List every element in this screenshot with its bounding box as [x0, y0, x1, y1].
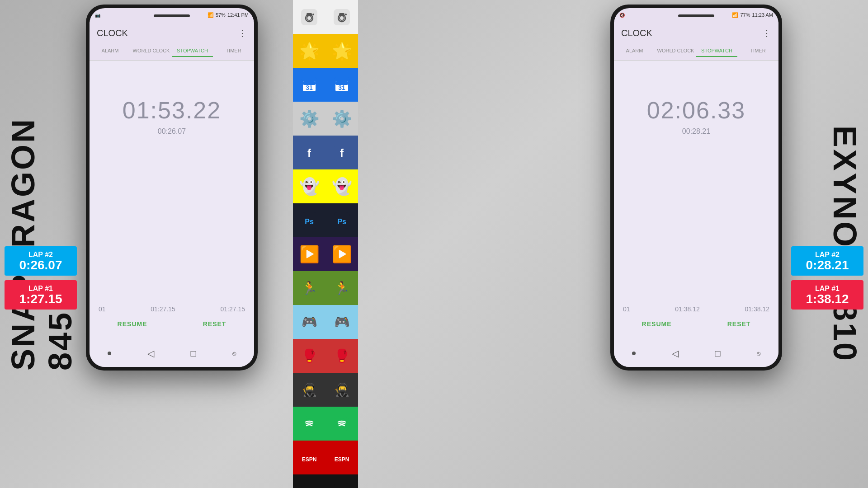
app-game3-right[interactable]: 🥷: [326, 373, 358, 407]
svg-text:f: f: [307, 147, 311, 159]
right-signal-icon: 📶: [732, 12, 738, 18]
left-resume-button[interactable]: RESUME: [118, 320, 147, 328]
app-camera-right[interactable]: [326, 0, 358, 34]
left-lap-time: 01:27.15: [151, 305, 175, 313]
app-game3-left[interactable]: 🥷: [293, 373, 326, 407]
app-calendar-left[interactable]: 31: [293, 68, 326, 102]
right-battery: 77%: [740, 12, 750, 18]
app-facebook-right[interactable]: f: [326, 136, 358, 169]
svg-text:Ps: Ps: [305, 218, 314, 225]
app-calendar-right[interactable]: 31: [326, 68, 358, 102]
app-photoshop-left[interactable]: Ps: [293, 203, 326, 237]
right-lap2-card: LAP #2 0:28.21: [791, 246, 863, 276]
app-espn-right[interactable]: ESPN: [326, 441, 358, 474]
left-tab-worldclock[interactable]: WORLD CLOCK: [131, 48, 172, 57]
svg-point-4: [312, 14, 314, 15]
app-music-left[interactable]: ▶️: [293, 237, 326, 271]
app-plume-right[interactable]: 🌟: [326, 34, 358, 68]
right-tab-stopwatch[interactable]: STOPWATCH: [696, 48, 737, 57]
left-tab-timer[interactable]: TIMER: [213, 48, 254, 57]
app-row-calendar: 31 31: [293, 68, 358, 102]
app-facebook-left[interactable]: f: [293, 136, 326, 169]
right-nav-square[interactable]: □: [715, 348, 721, 359]
left-lap1-label: LAP #1: [28, 285, 53, 293]
svg-rect-0: [301, 9, 317, 25]
right-lap-row: 01 01:38.12 01:38.12: [614, 305, 778, 313]
right-lap1-card: LAP #1 1:38.12: [791, 280, 863, 310]
center-app-list: 🌟 🌟 31 31 ⚙️ ⚙️ f f 👻 👻 Ps Ps: [293, 0, 358, 488]
svg-text:ESPN: ESPN: [335, 456, 349, 463]
right-tabs: ALARM WORLD CLOCK STOPWATCH TIMER: [614, 44, 778, 61]
right-sub-time: 00:28.21: [682, 127, 710, 136]
left-nav-recent[interactable]: ⎋: [232, 350, 236, 357]
left-stopwatch-content: 01:53.22 00:26.07: [90, 61, 254, 340]
left-time: 12:41 PM: [227, 12, 249, 18]
right-nav-home[interactable]: [632, 352, 636, 355]
svg-rect-8: [339, 13, 344, 16]
left-tab-stopwatch[interactable]: STOPWATCH: [172, 48, 213, 57]
left-nav-back[interactable]: ◁: [147, 348, 154, 359]
app-spotify-left[interactable]: [293, 407, 326, 441]
left-lap1-value: 1:27.15: [19, 293, 62, 305]
svg-rect-34: [301, 483, 317, 488]
right-tab-alarm[interactable]: ALARM: [614, 48, 655, 57]
app-game1-left[interactable]: 🎮: [293, 305, 326, 339]
svg-point-27: [304, 418, 315, 429]
right-app-header: CLOCK ⋮: [614, 22, 778, 44]
app-row-game3: 🥷 🥷: [293, 373, 358, 407]
app-snapchat-left[interactable]: 👻: [293, 169, 326, 203]
right-more-icon[interactable]: ⋮: [762, 28, 771, 38]
svg-point-29: [336, 418, 347, 429]
right-action-buttons: RESUME RESET: [614, 313, 778, 335]
right-stopwatch-content: 02:06.33 00:28.21: [614, 61, 778, 340]
app-netflix-right[interactable]: N: [326, 474, 358, 488]
app-music-right[interactable]: ▶️: [326, 237, 358, 271]
right-reset-button[interactable]: RESET: [727, 320, 751, 328]
right-phone-screen: 🔇 📶 77% 11:23 AM CLOCK ⋮ ALARM WORLD CLO…: [614, 8, 778, 367]
right-tab-timer[interactable]: TIMER: [737, 48, 778, 57]
right-nav-back[interactable]: ◁: [672, 348, 679, 359]
app-row-music: ▶️ ▶️: [293, 237, 358, 271]
left-lap2-card: LAP #2 0:26.07: [5, 246, 77, 276]
right-status-left: 🔇: [619, 13, 625, 18]
app-snapchat-right[interactable]: 👻: [326, 169, 358, 203]
app-settings-right[interactable]: ⚙️: [326, 102, 358, 136]
right-resume-button[interactable]: RESUME: [642, 320, 672, 328]
left-nav-bar: ◁ □ ⎋: [90, 340, 254, 367]
app-row-game2: 🥊 🥊: [293, 339, 358, 373]
app-game2-right[interactable]: 🥊: [326, 339, 358, 373]
svg-text:ESPN: ESPN: [302, 456, 317, 463]
right-nav-recent[interactable]: ⎋: [757, 350, 760, 357]
right-time: 11:23 AM: [752, 12, 773, 18]
left-reset-button[interactable]: RESET: [203, 320, 226, 328]
left-nav-home[interactable]: [108, 352, 111, 355]
right-tab-worldclock[interactable]: WORLD CLOCK: [655, 48, 696, 57]
left-tab-alarm[interactable]: ALARM: [90, 48, 131, 57]
left-action-buttons: RESUME RESET: [90, 313, 254, 335]
right-lap-total: 01:38.12: [745, 305, 769, 313]
app-settings-left[interactable]: ⚙️: [293, 102, 326, 136]
app-camera-left[interactable]: [293, 0, 326, 34]
left-phone-screen: 📷 📶 57% 12:41 PM CLOCK ⋮ ALARM WORLD CLO…: [90, 8, 254, 367]
app-espn-left[interactable]: ESPN: [293, 441, 326, 474]
app-row-plume: 🌟 🌟: [293, 34, 358, 68]
app-game1-right[interactable]: 🎮: [326, 305, 358, 339]
right-status-bar: 🔇 📶 77% 11:23 AM: [614, 8, 778, 22]
right-main-time: 02:06.33: [647, 97, 745, 124]
left-lap2-value: 0:26.07: [19, 259, 62, 272]
left-nav-square[interactable]: □: [191, 348, 196, 359]
left-more-icon[interactable]: ⋮: [238, 28, 247, 38]
left-status-left: 📷: [95, 13, 100, 18]
app-subway-left[interactable]: 🏃: [293, 271, 326, 305]
app-plume-left[interactable]: 🌟: [293, 34, 326, 68]
app-game2-left[interactable]: 🥊: [293, 339, 326, 373]
right-lap2-label: LAP #2: [815, 251, 840, 259]
app-subway-right[interactable]: 🏃: [326, 271, 358, 305]
app-netflix-left[interactable]: N: [293, 474, 326, 488]
right-lap-num: 01: [623, 305, 630, 313]
app-spotify-right[interactable]: [326, 407, 358, 441]
app-photoshop-right[interactable]: Ps: [326, 203, 358, 237]
right-lap1-label: LAP #1: [815, 285, 840, 293]
right-phone: 🔇 📶 77% 11:23 AM CLOCK ⋮ ALARM WORLD CLO…: [610, 5, 782, 371]
left-lap-total: 01:27.15: [220, 305, 245, 313]
